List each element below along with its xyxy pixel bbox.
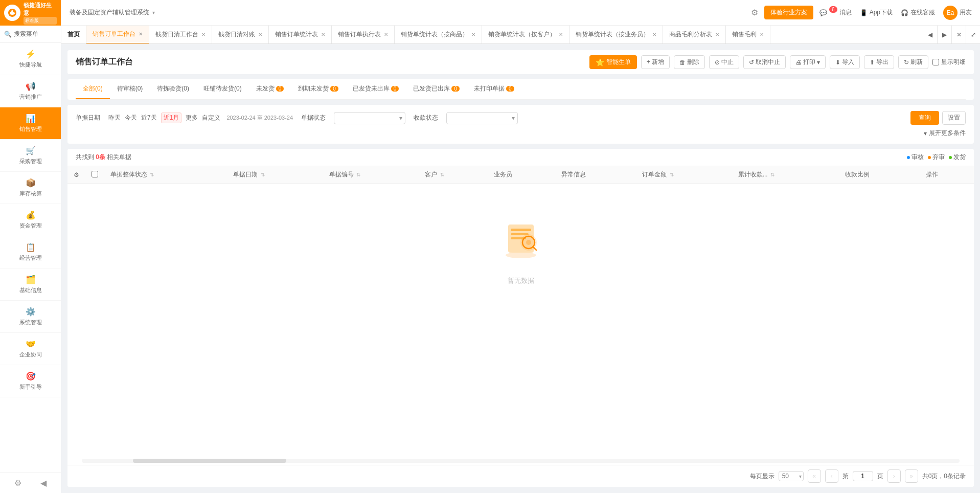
page-number-input[interactable]	[853, 471, 873, 481]
sub-tab-shipped-out[interactable]: 已发货已出库 0	[406, 79, 467, 99]
sidebar-item-management[interactable]: 📋 经营管理	[0, 236, 61, 268]
tab-close-icon[interactable]: ✕	[559, 32, 563, 37]
date-opt-yesterday[interactable]: 昨天	[108, 114, 121, 122]
delete-button[interactable]: 🗑 删除	[674, 55, 705, 69]
sidebar-item-sales[interactable]: 📊 销售管理	[0, 107, 61, 140]
sort-icon[interactable]: ⇅	[440, 172, 444, 177]
sidebar-item-enterprise[interactable]: 🤝 企业协同	[0, 333, 61, 365]
sidebar-item-marketing[interactable]: 📢 营销推广	[0, 75, 61, 107]
tab-sales-by-salesman[interactable]: 销货单统计表（按业务员） ✕	[569, 26, 663, 44]
app-download-btn[interactable]: 📱 App下载	[860, 8, 893, 17]
sub-tab-pending-review[interactable]: 待审核(0)	[110, 79, 150, 99]
batch-cancel-review-btn[interactable]: 弃审	[928, 153, 945, 162]
sub-tab-unprinted[interactable]: 未打印单据 0	[467, 79, 521, 99]
sidebar-item-inventory[interactable]: 📦 库存核算	[0, 172, 61, 204]
tab-close-icon[interactable]: ✕	[471, 32, 475, 37]
tab-cash-reconcile[interactable]: 钱货日清对账 ✕	[212, 26, 269, 44]
user-menu[interactable]: Ea 用友	[943, 6, 972, 20]
show-detail-check[interactable]	[932, 59, 939, 65]
select-all-checkbox[interactable]	[92, 171, 98, 177]
tab-close-icon[interactable]: ✕	[321, 32, 325, 37]
expand-filter-btn[interactable]: ▾ 展开更多条件	[924, 129, 966, 138]
sidebar-settings-btn[interactable]: ⚙	[14, 478, 21, 488]
tabs-maximize-btn[interactable]: ⤢	[966, 26, 980, 44]
tab-gross-margin[interactable]: 商品毛利分析表 ✕	[663, 26, 726, 44]
tab-close-icon[interactable]: ✕	[715, 32, 719, 37]
tabs-close-all-btn[interactable]: ✕	[951, 26, 966, 44]
sidebar-item-finance[interactable]: 💰 资金管理	[0, 204, 61, 236]
sub-tab-pending-check[interactable]: 待拣验货(0)	[150, 79, 196, 99]
per-page-select[interactable]: 10 20 50 100	[779, 471, 804, 481]
sub-tab-wangpu-ship[interactable]: 旺铺待发货(0)	[196, 79, 249, 99]
tab-cash-daily[interactable]: 钱货日清工作台 ✕	[149, 26, 212, 44]
cancel-abort-button[interactable]: ↺ 取消中止	[743, 55, 786, 69]
tab-close-icon[interactable]: ✕	[258, 32, 262, 37]
batch-ship-btn[interactable]: 发货	[949, 153, 966, 162]
industry-solution-button[interactable]: 体验行业方案	[764, 6, 813, 19]
online-service-btn[interactable]: 🎧 在线客服	[901, 8, 935, 17]
import-button[interactable]: ⬇ 导入	[830, 55, 860, 69]
next-page-btn[interactable]: ›	[887, 469, 901, 483]
tab-close-icon[interactable]: ✕	[760, 32, 764, 37]
tab-sales-gross[interactable]: 销售毛利 ✕	[726, 26, 770, 44]
status-select[interactable]	[334, 112, 405, 124]
tabs-scroll-right-btn[interactable]: ▶	[937, 26, 951, 44]
tabs-scroll-left-btn[interactable]: ◀	[923, 26, 937, 44]
horizontal-scrollbar[interactable]	[67, 457, 974, 465]
sidebar-item-basic-info[interactable]: 🗂️ 基础信息	[0, 268, 61, 301]
sort-icon[interactable]: ⇅	[261, 172, 265, 177]
date-opt-1month[interactable]: 近1月	[161, 113, 182, 123]
tab-close-icon[interactable]: ✕	[384, 32, 388, 37]
show-detail-checkbox[interactable]: 显示明细	[932, 58, 966, 66]
sub-tabs-list: 全部(0) 待审核(0) 待拣验货(0) 旺铺待发货(0) 未发货 0 到期未发…	[76, 79, 966, 100]
table-toolbar: 共找到 0条 相关单据 审核 弃审 发货	[67, 149, 974, 166]
tab-sales-exec[interactable]: 销售订单执行表 ✕	[332, 26, 395, 44]
sidebar-item-purchase[interactable]: 🛒 采购管理	[0, 140, 61, 172]
date-opt-more[interactable]: 更多	[186, 114, 198, 122]
settings-icon[interactable]: ⚙	[74, 171, 79, 178]
sidebar-item-system[interactable]: ⚙️ 系统管理	[0, 301, 61, 333]
smart-create-button[interactable]: ⭐ 智能生单	[589, 55, 637, 69]
prev-page-btn[interactable]: ‹	[825, 469, 838, 483]
tab-sales-stat[interactable]: 销售订单统计表 ✕	[269, 26, 332, 44]
export-button[interactable]: ⬆ 导出	[864, 55, 894, 69]
refresh-button[interactable]: ↻ 刷新	[898, 55, 928, 69]
tab-close-icon[interactable]: ✕	[139, 31, 143, 37]
new-button[interactable]: + 新增	[641, 55, 670, 69]
scrollbar-thumb[interactable]	[133, 459, 286, 463]
sort-icon[interactable]: ⇅	[770, 172, 774, 177]
sort-icon[interactable]: ⇅	[670, 172, 674, 177]
tab-close-icon[interactable]: ✕	[201, 32, 206, 37]
tab-sales-by-customer[interactable]: 销货单统计表（按客户） ✕	[482, 26, 569, 44]
batch-review-btn[interactable]: 审核	[907, 153, 924, 162]
tab-sales-by-goods[interactable]: 销货单统计表（按商品） ✕	[395, 26, 482, 44]
first-page-btn[interactable]: «	[808, 469, 821, 483]
sub-tab-shipped-not-out[interactable]: 已发货未出库 0	[346, 79, 406, 99]
page-title: 销售订单工作台	[76, 57, 133, 68]
table-scroll[interactable]: ⚙ 单据整体状态 ⇅ 单据日期 ⇅	[67, 166, 974, 457]
sub-tab-overdue-unshipped[interactable]: 到期未发货 0	[291, 79, 346, 99]
sidebar-item-search[interactable]: 🔍 搜索菜单	[0, 26, 61, 43]
dot-icon	[928, 156, 931, 159]
settings-icon[interactable]: ⚙	[751, 8, 758, 17]
tab-home[interactable]: 首页	[61, 26, 86, 44]
date-opt-today[interactable]: 今天	[125, 114, 137, 122]
sidebar-item-guide[interactable]: 🎯 新手引导	[0, 365, 61, 397]
sidebar-collapse-btn[interactable]: ◀	[40, 478, 47, 488]
sort-icon[interactable]: ⇅	[150, 172, 154, 177]
tab-sales-order-workbench[interactable]: 销售订单工作台 ✕	[86, 26, 149, 44]
setting-button[interactable]: 设置	[942, 111, 966, 125]
sub-tab-unshipped[interactable]: 未发货 0	[249, 79, 291, 99]
date-opt-7days[interactable]: 近7天	[141, 114, 157, 122]
date-opt-custom[interactable]: 自定义	[202, 114, 220, 122]
sub-tab-all[interactable]: 全部(0)	[76, 79, 110, 99]
abort-button[interactable]: ⊘ 中止	[709, 55, 739, 69]
query-button[interactable]: 查询	[910, 111, 939, 125]
sort-icon[interactable]: ⇅	[356, 172, 360, 177]
print-button[interactable]: 🖨 打印 ▾	[790, 55, 826, 69]
sidebar-item-quick-nav[interactable]: ⚡ 快捷导航	[0, 43, 61, 75]
message-btn[interactable]: 💬 6 消息	[819, 8, 852, 17]
last-page-btn[interactable]: »	[905, 469, 918, 483]
tab-close-icon[interactable]: ✕	[652, 32, 656, 37]
payment-select[interactable]	[446, 112, 518, 124]
